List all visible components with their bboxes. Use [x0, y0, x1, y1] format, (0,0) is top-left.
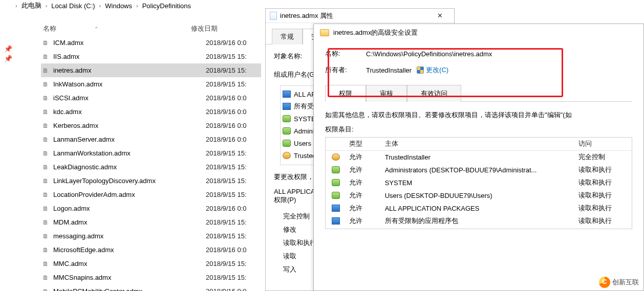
file-name: MobilePCMobilityCenter.admx — [53, 287, 206, 291]
ace-row[interactable]: 允许SYSTEM读取和执行 — [326, 176, 632, 189]
file-row[interactable]: 🗎MicrosoftEdge.admx2018/9/16 0:0 — [41, 243, 261, 257]
file-list-header[interactable]: 名称 ⌃ 修改日期 — [41, 21, 261, 36]
ace-access: 读取和执行 — [575, 178, 632, 187]
col-type[interactable]: 类型 — [346, 139, 382, 148]
tab-general[interactable]: 常规 — [272, 29, 303, 44]
col-principal[interactable]: 主体 — [382, 139, 576, 148]
file-date: 2018/9/15 15: — [206, 66, 247, 74]
ace-principal: ALL APPLICATION PACKAGES — [382, 205, 576, 212]
tab-effective-access[interactable]: 有效访问 — [407, 85, 461, 102]
column-name[interactable]: 名称 ⌃ — [41, 24, 191, 33]
ace-type: 允许 — [346, 165, 382, 174]
col-access[interactable]: 访问 — [575, 139, 632, 148]
file-name: ICM.admx — [53, 39, 206, 47]
chevron-right-icon: › — [15, 3, 17, 9]
principal-icon — [283, 103, 291, 110]
tab-permissions[interactable]: 权限 — [325, 85, 366, 102]
principal-icon — [283, 140, 291, 147]
file-row[interactable]: 🗎LeakDiagnostic.admx2018/9/15 15: — [41, 160, 261, 174]
ace-row[interactable]: 允许ALL APPLICATION PACKAGES读取和执行 — [326, 202, 632, 215]
file-row[interactable]: 🗎Kerberos.admx2018/9/16 0:0 — [41, 119, 261, 132]
file-row[interactable]: 🗎LanmanWorkstation.admx2018/9/15 15: — [41, 146, 261, 160]
pin-icon[interactable]: 📌 — [0, 54, 15, 63]
file-row[interactable]: 🗎LanmanServer.admx2018/9/16 0:0 — [41, 132, 261, 146]
close-icon[interactable]: ✕ — [430, 12, 450, 19]
file-row[interactable]: 🗎ICM.admx2018/9/16 0:0 — [41, 36, 261, 50]
ace-type: 允许 — [346, 152, 382, 162]
file-list: 名称 ⌃ 修改日期 🗎ICM.admx2018/9/16 0:0🗎IIS.adm… — [41, 21, 261, 291]
file-icon: 🗎 — [41, 108, 50, 116]
ace-row[interactable]: 允许Users (DESKTOP-BDUUE79\Users)读取和执行 — [326, 189, 632, 202]
quick-access-gutter: 📌 📌 — [0, 21, 15, 287]
advanced-security-dialog: inetres.admx的高级安全设置 名称: C:\Windows\Polic… — [313, 24, 644, 291]
file-row[interactable]: 🗎MMCSnapins.admx2018/9/15 15: — [41, 271, 261, 284]
name-value: C:\Windows\PolicyDefinitions\inetres.adm… — [366, 50, 492, 58]
file-date: 2018/9/15 15: — [206, 177, 247, 185]
column-date[interactable]: 修改日期 — [191, 24, 261, 33]
file-icon: 🗎 — [41, 247, 50, 254]
file-row[interactable]: 🗎inetres.admx2018/9/15 15: — [41, 63, 261, 77]
dialog-titlebar[interactable]: inetres.admx 属性 ✕ — [266, 9, 454, 23]
breadcrumb-item[interactable]: Local Disk (C:) — [50, 2, 96, 10]
principal-icon — [332, 179, 340, 186]
file-row[interactable]: 🗎Logon.admx2018/9/16 0:0 — [41, 202, 261, 215]
file-row[interactable]: 🗎kdc.admx2018/9/16 0:0 — [41, 105, 261, 119]
breadcrumb-item[interactable]: Windows — [104, 2, 133, 10]
breadcrumb-item[interactable]: 此电脑 — [20, 1, 42, 10]
file-row[interactable]: 🗎iSCSI.admx2018/9/16 0:0 — [41, 91, 261, 105]
file-row[interactable]: 🗎IIS.admx2018/9/15 15: — [41, 50, 261, 63]
file-icon: 🗎 — [41, 150, 50, 157]
ace-row[interactable]: 允许所有受限制的应用程序包读取和执行 — [326, 215, 632, 228]
tab-audit[interactable]: 审核 — [366, 85, 407, 102]
file-name: MicrosoftEdge.admx — [53, 246, 206, 254]
ace-table[interactable]: 类型 主体 访问 允许TrustedInstaller完全控制允许Adminis… — [325, 137, 632, 229]
ace-table-header[interactable]: 类型 主体 访问 — [326, 138, 632, 151]
sort-indicator-icon: ⌃ — [94, 26, 98, 32]
file-name: iSCSI.admx — [53, 94, 206, 102]
file-name: LocationProviderAdm.admx — [53, 191, 206, 198]
file-date: 2018/9/16 0:0 — [206, 94, 247, 102]
pin-icon[interactable]: 📌 — [0, 44, 15, 54]
file-icon: 🗎 — [41, 260, 50, 267]
file-row[interactable]: 🗎LocationProviderAdm.admx2018/9/15 15: — [41, 188, 261, 202]
ace-access: 读取和执行 — [575, 204, 632, 213]
ace-row[interactable]: 允许TrustedInstaller完全控制 — [326, 151, 632, 164]
file-name: InkWatson.admx — [53, 80, 206, 88]
ace-type: 允许 — [346, 178, 382, 187]
file-date: 2018/9/15 15: — [206, 191, 247, 198]
file-date: 2018/9/16 0:0 — [206, 136, 247, 143]
ace-access: 读取和执行 — [575, 216, 632, 226]
file-icon: 🗎 — [41, 191, 50, 198]
ace-row[interactable]: 允许Administrators (DESKTOP-BDUUE79\Admini… — [326, 164, 632, 176]
principal-icon — [283, 152, 291, 159]
ace-type: 允许 — [346, 216, 382, 226]
file-icon: 🗎 — [41, 81, 50, 88]
file-row[interactable]: 🗎LinkLayerTopologyDiscovery.admx2018/9/1… — [41, 174, 261, 188]
ace-type: 允许 — [346, 191, 382, 200]
file-date: 2018/9/16 0:0 — [206, 287, 247, 291]
owner-value: TrustedInstaller — [366, 66, 412, 74]
file-row[interactable]: 🗎MMC.admx2018/9/15 15: — [41, 257, 261, 271]
file-row[interactable]: 🗎MDM.admx2018/9/15 15: — [41, 215, 261, 229]
file-icon: 🗎 — [41, 136, 50, 143]
principal-icon — [332, 205, 340, 212]
file-row[interactable]: 🗎InkWatson.admx2018/9/15 15: — [41, 77, 261, 91]
file-row[interactable]: 🗎MobilePCMobilityCenter.admx2018/9/16 0:… — [41, 284, 261, 291]
principal-icon — [332, 166, 340, 173]
principal-icon — [283, 127, 291, 135]
dialog-titlebar[interactable]: inetres.admx的高级安全设置 — [314, 24, 643, 41]
file-row[interactable]: 🗎messaging.admx2018/9/15 15: — [41, 229, 261, 243]
owner-label: 所有者: — [325, 65, 366, 75]
name-label: 名称: — [325, 49, 366, 58]
file-icon: 🗎 — [41, 39, 50, 47]
file-icon — [270, 12, 277, 20]
file-date: 2018/9/15 15: — [206, 274, 247, 281]
change-owner-link[interactable]: 更改(C) — [426, 65, 448, 75]
file-name: LanmanWorkstation.admx — [53, 149, 206, 157]
file-name: MDM.admx — [53, 218, 206, 226]
watermark: 创新互联 — [599, 277, 639, 288]
ace-principal: 所有受限制的应用程序包 — [382, 216, 576, 226]
logo-icon — [599, 277, 610, 288]
breadcrumb-item[interactable]: PolicyDefinitions — [141, 2, 192, 10]
file-icon: 🗎 — [41, 205, 50, 212]
